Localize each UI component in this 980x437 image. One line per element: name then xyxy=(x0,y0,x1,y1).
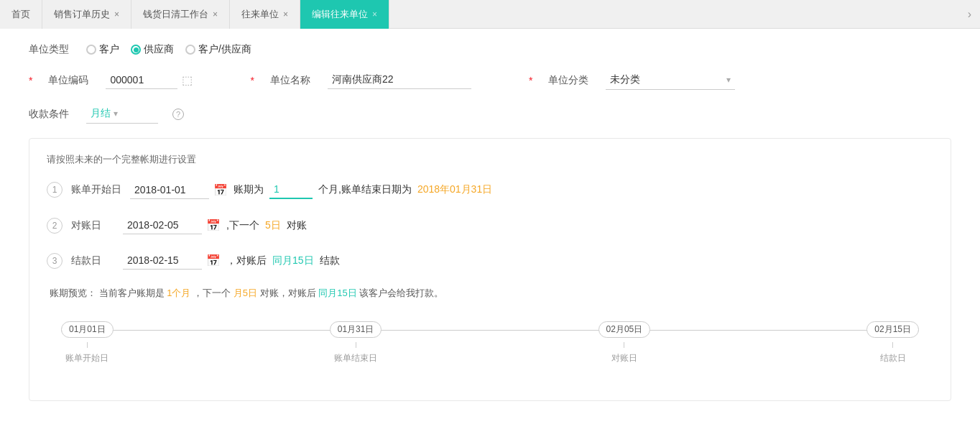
step-3-date-input[interactable] xyxy=(123,252,202,270)
tab-home-label: 首页 xyxy=(11,8,30,21)
step-3-row: 3 结款日 📅 ，对账后 同月15日 结款 xyxy=(47,252,933,270)
step-3-date-wrapper: 📅 xyxy=(123,252,221,270)
unit-name-wrapper xyxy=(328,71,471,89)
tab-edit-partner-label: 编辑往来单位 xyxy=(312,8,368,21)
tabs-arrow[interactable]: › xyxy=(959,8,980,21)
step-1-label: 账单开始日 xyxy=(71,183,121,196)
unit-name-input[interactable] xyxy=(328,71,471,89)
step-1-date-wrapper: 📅 xyxy=(130,181,228,199)
step-1-suffix-before: 账期为 xyxy=(234,183,264,196)
preview-highlight-2: 月5日 xyxy=(234,288,257,298)
step-2-date-input[interactable] xyxy=(123,216,202,234)
step-2-label: 对账日 xyxy=(71,219,114,232)
preview-label: 账期预览： xyxy=(50,288,96,298)
step-2-suffix-before: ,下一个 xyxy=(226,219,259,232)
timeline-desc-3: 结款日 xyxy=(880,352,906,364)
tab-partner[interactable]: 往来单位 × xyxy=(230,0,300,29)
unit-cat-label: 单位分类 xyxy=(548,74,591,87)
timeline-desc-2: 对账日 xyxy=(611,352,637,364)
preview-text-2: ，下一个 xyxy=(193,288,231,298)
unit-code-input[interactable] xyxy=(106,71,177,89)
step-3-content: 📅 ，对账后 同月15日 结款 xyxy=(123,252,340,270)
step-3-highlight: 同月15日 xyxy=(272,254,314,267)
radio-customer-label: 客户 xyxy=(99,43,119,56)
payment-terms-chevron: ▾ xyxy=(114,109,118,119)
step-1-calendar-icon[interactable]: 📅 xyxy=(213,183,228,197)
unit-code-copy-icon[interactable]: ⬚ xyxy=(182,73,193,87)
step-2-highlight: 5日 xyxy=(265,219,281,232)
preview-highlight-3: 同月15日 xyxy=(318,288,356,298)
step-2-date-wrapper: 📅 xyxy=(123,216,221,234)
tab-cash-work[interactable]: 钱货日清工作台 × xyxy=(131,0,230,29)
step-3-suffix-after: 结款 xyxy=(320,254,340,267)
step-2-calendar-icon[interactable]: 📅 xyxy=(206,218,221,232)
unit-type-row: 单位类型 客户 供应商 客户/供应商 xyxy=(29,43,951,56)
step-2-number: 2 xyxy=(47,218,63,234)
step-3-label: 结款日 xyxy=(71,254,114,267)
step-2-row: 2 对账日 📅 ,下一个 5日 对账 xyxy=(47,216,933,234)
preview-text-1: 当前客户账期是 xyxy=(99,288,165,298)
tab-sales-history[interactable]: 销售订单历史 × xyxy=(42,0,131,29)
section-title: 请按照未来的一个完整帐期进行设置 xyxy=(47,153,933,166)
account-period-section: 请按照未来的一个完整帐期进行设置 1 账单开始日 📅 账期为 个月,账单结束日期… xyxy=(29,138,951,401)
tab-home[interactable]: 首页 xyxy=(0,0,42,29)
tabs-bar: 首页 销售订单历史 × 钱货日清工作台 × 往来单位 × 编辑往来单位 × › xyxy=(0,0,980,29)
tab-edit-partner-close[interactable]: × xyxy=(372,9,377,19)
timeline-tick-3 xyxy=(892,342,893,348)
radio-supplier-label: 供应商 xyxy=(144,43,174,56)
payment-terms-dropdown[interactable]: 月结 ▾ xyxy=(86,104,158,124)
payment-terms-row: 收款条件 月结 ▾ ? xyxy=(29,104,951,124)
timeline-tick-0 xyxy=(87,342,88,348)
unit-name-star: * xyxy=(250,75,254,86)
unit-cat-star: * xyxy=(529,75,532,86)
step-1-highlight-date: 2018年01月31日 xyxy=(417,183,492,196)
unit-cat-arrow: ▾ xyxy=(726,75,731,85)
step-3-calendar-icon[interactable]: 📅 xyxy=(206,254,221,267)
timeline-label-0: 01月01日 xyxy=(61,321,114,338)
unit-info-row: * 单位编码 ⬚ * 单位名称 * 单位分类 未分类 ▾ xyxy=(29,70,951,90)
step-3-suffix-before: ，对账后 xyxy=(226,254,267,267)
radio-both-label: 客户/供应商 xyxy=(198,43,251,56)
radio-supplier[interactable]: 供应商 xyxy=(131,43,174,56)
step-1-content: 📅 账期为 个月,账单结束日期为 2018年01月31日 xyxy=(130,180,492,199)
timeline-desc-0: 账单开始日 xyxy=(65,352,108,364)
preview-text-3: 对账，对账后 xyxy=(260,288,316,298)
step-2-suffix-after: 对账 xyxy=(287,219,307,232)
unit-code-label: 单位编码 xyxy=(48,74,91,87)
timeline-label-1: 01月31日 xyxy=(330,321,382,338)
timeline-points: 01月01日 账单开始日 01月31日 账单结束日 02月05日 对账日 02月… xyxy=(61,321,919,364)
step-1-date-input[interactable] xyxy=(130,181,209,199)
radio-both[interactable]: 客户/供应商 xyxy=(185,43,251,56)
preview-highlight-1: 1个月 xyxy=(167,288,190,298)
timeline-desc-1: 账单结束日 xyxy=(334,352,377,364)
unit-name-label: 单位名称 xyxy=(270,74,313,87)
timeline-tick-2 xyxy=(624,342,624,348)
tab-sales-history-label: 销售订单历史 xyxy=(54,8,110,21)
payment-help-icon[interactable]: ? xyxy=(172,109,184,120)
radio-customer[interactable]: 客户 xyxy=(86,43,119,56)
unit-type-label: 单位类型 xyxy=(29,43,72,56)
timeline-point-3: 02月15日 结款日 xyxy=(866,321,919,364)
tab-partner-close[interactable]: × xyxy=(283,9,288,19)
payment-terms-label: 收款条件 xyxy=(29,108,72,121)
main-content: 单位类型 客户 供应商 客户/供应商 * 单位编码 ⬚ * 单位名称 xyxy=(0,29,980,437)
unit-code-star: * xyxy=(29,75,32,86)
timeline-point-1: 01月31日 账单结束日 xyxy=(330,321,382,364)
step-3-number: 3 xyxy=(47,253,63,269)
timeline-tick-1 xyxy=(356,342,356,348)
radio-customer-circle xyxy=(86,45,96,55)
timeline-area: 01月01日 账单开始日 01月31日 账单结束日 02月05日 对账日 02月… xyxy=(47,314,933,386)
step-1-row: 1 账单开始日 📅 账期为 个月,账单结束日期为 2018年01月31日 xyxy=(47,180,933,199)
tab-cash-work-label: 钱货日清工作台 xyxy=(143,8,208,21)
tab-edit-partner[interactable]: 编辑往来单位 × xyxy=(300,0,389,29)
tab-sales-history-close[interactable]: × xyxy=(114,9,119,19)
radio-supplier-circle xyxy=(131,45,141,55)
timeline-point-2: 02月05日 对账日 xyxy=(598,321,651,364)
step-1-number: 1 xyxy=(47,182,63,198)
tab-cash-work-close[interactable]: × xyxy=(213,9,218,19)
preview-text-4: 该客户会给我打款。 xyxy=(359,288,443,298)
timeline-point-0: 01月01日 账单开始日 xyxy=(61,321,114,364)
preview-text: 账期预览： 当前客户账期是 1个月 ，下一个 月5日 对账，对账后 同月15日 … xyxy=(47,287,933,300)
unit-cat-select[interactable]: 未分类 ▾ xyxy=(606,70,735,90)
period-input[interactable] xyxy=(269,180,313,199)
